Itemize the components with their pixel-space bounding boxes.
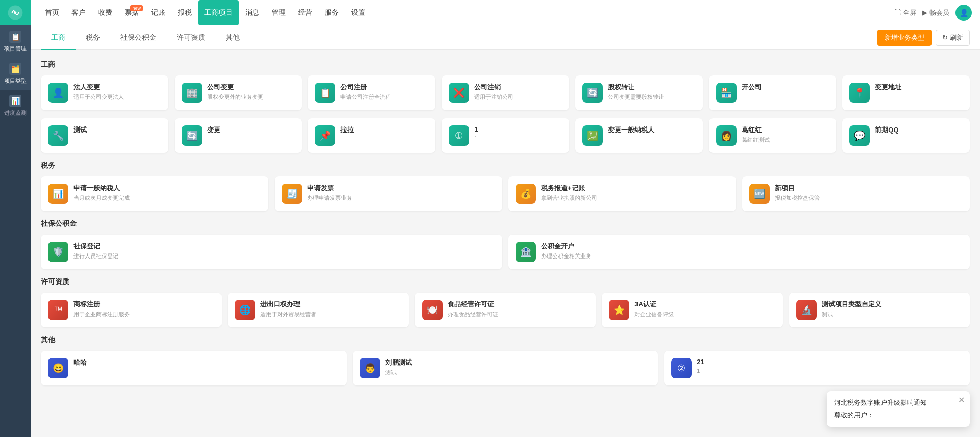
card-title-equity-transfer: 股权转让 (608, 83, 696, 92)
subtab-license[interactable]: 许可资质 (166, 26, 215, 50)
card-title-num21: 21 (697, 358, 963, 366)
card-icon-test: 🔧 (48, 125, 68, 146)
card-apply-taxpayer[interactable]: 📊 申请一般纳税人 当月或次月成变更完成 (41, 176, 268, 211)
nav-settings[interactable]: 设置 (345, 0, 372, 25)
subtabs-actions: 新增业务类型 ↻ 刷新 (877, 30, 970, 46)
section-title-social: 社保公积金 (41, 219, 970, 228)
card-title-haha: 哈哈 (74, 358, 339, 367)
card-icon-company-register: 📋 (315, 83, 335, 103)
card-title-apply-invoice: 申请发票 (307, 184, 495, 193)
card-icon-num21: ② (671, 358, 692, 378)
sidebar-item-project-type[interactable]: 🗂️ 项目类型 (0, 58, 31, 90)
card-icon-change2: 🔄 (182, 125, 202, 146)
card-desc-social-register: 进行人员社保登记 (74, 252, 495, 260)
sidebar-item-label: 进度监测 (4, 109, 27, 117)
card-company-change[interactable]: 🏢 公司变更 股权变更外的业务变更 (175, 75, 302, 110)
card-import-export[interactable]: 🌐 进出口权办理 适用于对外贸易经营者 (228, 293, 408, 327)
ticket-badge: new (130, 5, 143, 11)
card-icon-test-type: 🔬 (796, 300, 817, 320)
card-desc-test-type: 测试 (822, 311, 963, 318)
member-btn[interactable]: ▶ 畅会员 (922, 8, 949, 17)
card-title-new-project: 新项目 (775, 184, 963, 193)
card-icon-company-change: 🏢 (182, 83, 202, 103)
card-icon-open-company: 🏪 (716, 83, 737, 103)
sidebar-item-label: 项目类型 (4, 77, 27, 85)
card-icon-social-register: 🛡️ (48, 242, 68, 262)
subtab-other[interactable]: 其他 (215, 26, 250, 50)
card-desc-tax-report: 拿到营业执照的新公司 (541, 194, 729, 202)
nav-ticket[interactable]: 票据 new (118, 0, 145, 25)
nav-tax[interactable]: 报税 (172, 0, 198, 25)
sidebar-item-progress-monitor[interactable]: 📊 进度监测 (0, 90, 31, 122)
card-change-address[interactable]: 📍 变更地址 (842, 75, 970, 110)
card-test-type[interactable]: 🔬 测试项目类型自定义 测试 (789, 293, 970, 327)
card-fund-account[interactable]: 🏦 公积金开户 办理公积金相关业务 (508, 235, 970, 269)
sidebar-item-project-manage[interactable]: 📋 项目管理 (0, 25, 31, 58)
card-food-license[interactable]: 🍽️ 食品经营许可证 办理食品经营许可证 (415, 293, 596, 327)
card-3a-cert[interactable]: ⭐ 3A认证 对企业信誉评级 (602, 293, 782, 327)
card-equity-transfer[interactable]: 🔄 股权转让 公司变更需要股权转让 (575, 75, 703, 110)
new-type-button[interactable]: 新增业务类型 (877, 30, 932, 46)
fullscreen-btn[interactable]: ⛶ 全屏 (894, 8, 916, 17)
nav-home[interactable]: 首页 (39, 0, 65, 25)
card-icon-apply-invoice: 🧾 (282, 184, 302, 204)
card-lala[interactable]: 📌 拉拉 (308, 118, 435, 153)
project-type-icon: 🗂️ (9, 63, 21, 75)
nav-customer[interactable]: 客户 (65, 0, 92, 25)
card-title-change-address: 变更地址 (875, 83, 963, 92)
card-open-company[interactable]: 🏪 开公司 (709, 75, 837, 110)
card-test[interactable]: 🔧 测试 (41, 118, 168, 153)
card-title-liupeng-test: 刘鹏测试 (385, 358, 651, 367)
card-title-test-type: 测试项目类型自定义 (822, 300, 963, 309)
card-tax-report[interactable]: 💰 税务报道+记账 拿到营业执照的新公司 (508, 176, 736, 211)
card-social-register[interactable]: 🛡️ 社保登记 进行人员社保登记 (41, 235, 502, 269)
section-title-other: 其他 (41, 336, 970, 345)
main-area: 首页 客户 收费 票据 new 记账 报税 工商项目 消息 管理 经营 (31, 0, 980, 437)
card-company-register[interactable]: 📋 公司注册 申请公司注册全流程 (308, 75, 435, 110)
section-title-tax: 税务 (41, 161, 970, 170)
nav-billing[interactable]: 收费 (92, 0, 118, 25)
subtab-social-fund[interactable]: 社保公积金 (110, 26, 166, 50)
card-icon-liupeng-test: 👨 (360, 358, 380, 378)
card-desc-company-cancel: 适用于注销公司 (474, 93, 562, 101)
card-trademark[interactable]: ™ 商标注册 用于企业商标注册服务 (41, 293, 222, 327)
card-haha[interactable]: 😄 哈哈 (41, 351, 347, 385)
content-body: 工商 👤 法人变更 适用于公司变更法人 🏢 公司变更 股权变更外的业务变更 (31, 50, 980, 437)
subtab-business[interactable]: 工商 (41, 26, 76, 50)
card-title-change2: 变更 (207, 125, 295, 135)
top-navigation: 首页 客户 收费 票据 new 记账 报税 工商项目 消息 管理 经营 (31, 0, 980, 25)
card-front-qq[interactable]: 💬 前期QQ (842, 118, 970, 153)
nav-business[interactable]: 工商项目 (198, 0, 239, 25)
subtab-tax[interactable]: 税务 (76, 26, 110, 50)
nav-operation[interactable]: 经营 (292, 0, 318, 25)
card-title-apply-taxpayer: 申请一般纳税人 (74, 184, 261, 193)
card-legal-change[interactable]: 👤 法人变更 适用于公司变更法人 (41, 75, 168, 110)
card-apply-invoice[interactable]: 🧾 申请发票 办理申请发票业务 (275, 176, 502, 211)
card-icon-food-license: 🍽️ (422, 300, 443, 320)
card-company-cancel[interactable]: ❌ 公司注销 适用于注销公司 (442, 75, 569, 110)
nav-service[interactable]: 服务 (318, 0, 345, 25)
card-num1[interactable]: ① 1 1 (442, 118, 569, 153)
card-new-project[interactable]: 🆕 新项目 报税加税控盘保管 (742, 176, 970, 211)
card-title-social-register: 社保登记 (74, 242, 495, 251)
card-num21[interactable]: ② 21 1 (664, 351, 970, 385)
sidebar-item-label: 项目管理 (4, 45, 27, 53)
card-desc-company-register: 申请公司注册全流程 (340, 93, 428, 101)
avatar-icon: 👤 (960, 9, 968, 17)
card-icon-gehonghong: 👩 (716, 125, 737, 146)
nav-accounting[interactable]: 记账 (145, 0, 172, 25)
refresh-button[interactable]: ↻ 刷新 (936, 30, 970, 46)
card-title-import-export: 进出口权办理 (260, 300, 401, 309)
card-desc-legal-change: 适用于公司变更法人 (74, 93, 161, 101)
nav-message[interactable]: 消息 (239, 0, 265, 25)
notification-close-btn[interactable]: ✕ (958, 395, 965, 405)
nav-manage[interactable]: 管理 (265, 0, 292, 25)
user-avatar[interactable]: 👤 (955, 5, 972, 21)
card-liupeng-test[interactable]: 👨 刘鹏测试 测试 (353, 351, 658, 385)
card-change-taxpayer[interactable]: 💹 变更一般纳税人 (575, 118, 703, 153)
content-area: 工商 税务 社保公积金 许可资质 其他 新增业务类型 ↻ 刷新 (31, 25, 980, 437)
card-change2[interactable]: 🔄 变更 (175, 118, 302, 153)
card-title-lala: 拉拉 (340, 125, 428, 135)
card-gehonghong[interactable]: 👩 葛红红 葛红红测试 (709, 118, 837, 153)
svg-point-1 (14, 12, 17, 14)
